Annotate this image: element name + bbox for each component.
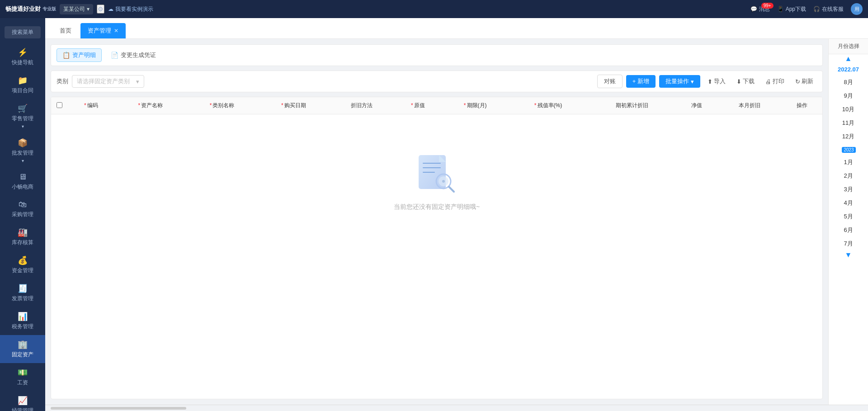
- month-item-8[interactable]: 8月: [829, 76, 868, 89]
- sidebar-item-inventory[interactable]: 🏭 库存核算: [0, 223, 45, 251]
- horizontal-scrollbar-thumb[interactable]: [51, 407, 186, 410]
- print-button[interactable]: 🖨 打印: [762, 75, 788, 88]
- message-icon: 💬: [750, 6, 757, 12]
- select-all-checkbox[interactable]: [57, 102, 62, 108]
- month-item-9[interactable]: 9月: [829, 89, 868, 103]
- svg-point-9: [442, 180, 445, 183]
- app-download-button[interactable]: 📱 App下载: [777, 5, 806, 13]
- brand-name: 畅捷通好业财: [5, 5, 41, 13]
- sidebar-item-fixed-assets[interactable]: 🏢 固定资产: [0, 335, 45, 363]
- sidebar-item-ecommerce[interactable]: 🖥 小畅电商: [0, 168, 45, 195]
- sidebar-item-finance[interactable]: 💰 资金管理: [0, 251, 45, 279]
- message-badge: 99+: [761, 3, 774, 9]
- import-icon: ⬆: [708, 78, 712, 85]
- message-button[interactable]: 💬 消息 99+: [750, 5, 770, 13]
- quick-nav-icon: ⚡: [18, 47, 28, 57]
- download-icon: ⬇: [736, 78, 741, 85]
- month-nav-up-button[interactable]: ▲: [845, 55, 852, 62]
- col-accumulated-depreciation: 期初累计折旧: [587, 97, 676, 114]
- detail-tab-icon: 📋: [62, 52, 70, 59]
- demo-link[interactable]: ☁ 我要看实例演示: [108, 5, 153, 13]
- search-menu-button[interactable]: 搜索菜单: [5, 26, 41, 38]
- table-header: *编码 *资产名称 *类别名称 *购买日期: [51, 97, 822, 114]
- company-selector[interactable]: 某某公司 ▾: [60, 4, 93, 14]
- sidebar-item-project[interactable]: 📁 项目合同: [0, 71, 45, 99]
- current-year-display[interactable]: 2022.07: [829, 63, 868, 76]
- table-body: 当前您还没有固定资产明细哦~: [51, 114, 822, 248]
- sidebar-item-invoice[interactable]: 🧾 发票管理: [0, 279, 45, 307]
- tab-asset-mgmt[interactable]: 资产管理 ✕: [80, 23, 126, 38]
- sidebar-item-label: 库存核算: [12, 239, 33, 246]
- sidebar-item-label: 批发管理: [12, 149, 33, 157]
- sidebar-item-label: 税务管理: [12, 323, 33, 331]
- month-item-4[interactable]: 4月: [829, 196, 868, 210]
- phone-icon: 📱: [777, 6, 784, 12]
- chevron-down-icon: ▾: [22, 158, 24, 163]
- sidebar-item-tax[interactable]: 📊 税务管理: [0, 307, 45, 335]
- month-item-11[interactable]: 11月: [829, 116, 868, 130]
- sidebar-item-business[interactable]: 📈 经营管理: [0, 391, 45, 411]
- tab-close-icon[interactable]: ✕: [114, 28, 118, 34]
- sub-tab-detail[interactable]: 📋 资产明细: [57, 48, 102, 62]
- refresh-button[interactable]: ↻ 刷新: [792, 75, 817, 88]
- sidebar-item-wholesale[interactable]: 📦 批发管理 ▾: [0, 133, 45, 168]
- batch-button[interactable]: 批量操作 ▾: [659, 75, 700, 88]
- month-item-1[interactable]: 1月: [829, 156, 868, 169]
- brand-edition: 专业版: [42, 6, 56, 12]
- empty-text: 当前您还没有固定资产明细哦~: [394, 203, 480, 211]
- month-nav-down: ▼: [829, 250, 868, 260]
- month-nav-down-button[interactable]: ▼: [845, 251, 852, 259]
- category-filter[interactable]: 请选择固定资产类别 ▾: [72, 75, 144, 88]
- assets-data-table: *编码 *资产名称 *类别名称 *购买日期: [51, 97, 822, 247]
- reconcile-button[interactable]: 对账: [597, 75, 623, 88]
- add-button[interactable]: + 新增: [626, 75, 656, 88]
- download-button[interactable]: ⬇ 下载: [733, 75, 758, 88]
- col-name: *资产名称: [115, 97, 186, 114]
- sidebar-item-label: 工资: [17, 379, 28, 387]
- sidebar-item-label: 采购管理: [12, 211, 33, 218]
- user-avatar[interactable]: 用: [851, 3, 863, 15]
- cloud-icon: ☁: [108, 6, 113, 12]
- month-item-7[interactable]: 7月: [829, 237, 868, 250]
- project-icon: 📁: [18, 76, 28, 85]
- filter-label: 类别: [57, 77, 68, 85]
- empty-state: 当前您还没有固定资产明细哦~: [51, 114, 822, 247]
- business-icon: 📈: [18, 396, 28, 406]
- settings-button[interactable]: ⚙: [97, 5, 104, 14]
- fixed-assets-icon: 🏢: [18, 340, 28, 350]
- sidebar-item-label: 固定资产: [12, 351, 33, 359]
- page-content: 📋 资产明细 📄 变更生成凭证 类别 请选择固定资产类别 ▾: [45, 39, 868, 405]
- ecommerce-icon: 🖥: [19, 172, 27, 182]
- sidebar-item-purchase[interactable]: 🛍 采购管理: [0, 195, 45, 223]
- svg-line-8: [449, 187, 454, 192]
- tab-home[interactable]: 首页: [52, 23, 79, 38]
- online-service-button[interactable]: 🎧 在线客服: [813, 5, 844, 13]
- sidebar-item-retail[interactable]: 🛒 零售管理 ▾: [0, 99, 45, 133]
- sub-tabs: 📋 资产明细 📄 变更生成凭证: [51, 44, 823, 66]
- sidebar-item-quick-nav[interactable]: ⚡ 快捷导航: [0, 43, 45, 71]
- select-all-header: [51, 97, 67, 114]
- headset-icon: 🎧: [813, 6, 820, 12]
- content-area: 首页 资产管理 ✕ 📋 资产明细 📄 变更生成凭证: [45, 18, 868, 411]
- import-button[interactable]: ⬆ 导入: [704, 75, 729, 88]
- empty-illustration: [410, 151, 464, 196]
- main-panel: 📋 资产明细 📄 变更生成凭证 类别 请选择固定资产类别 ▾: [45, 39, 828, 405]
- toolbar-left: 类别 请选择固定资产类别 ▾: [57, 75, 144, 88]
- col-monthly-depreciation: 本月折旧: [717, 97, 782, 114]
- assets-table: *编码 *资产名称 *类别名称 *购买日期: [51, 97, 823, 399]
- month-item-5[interactable]: 5月: [829, 210, 868, 223]
- month-item-12[interactable]: 12月: [829, 130, 868, 143]
- month-item-2[interactable]: 2月: [829, 169, 868, 183]
- month-item-3[interactable]: 3月: [829, 183, 868, 196]
- month-item-6[interactable]: 6月: [829, 223, 868, 237]
- bottom-scrollbar: [45, 405, 868, 411]
- sidebar-item-label: 资金管理: [12, 267, 33, 274]
- sidebar-item-salary[interactable]: 💵 工资: [0, 363, 45, 391]
- invoice-icon: 🧾: [18, 283, 28, 293]
- month-item-10[interactable]: 10月: [829, 103, 868, 116]
- chevron-down-icon: ▾: [87, 6, 90, 12]
- chevron-down-icon: ▾: [22, 124, 24, 129]
- sub-tab-change[interactable]: 📄 变更生成凭证: [105, 49, 161, 61]
- main-layout: 搜索菜单 ⚡ 快捷导航 📁 项目合同 🛒 零售管理 ▾ 📦 批发管理 ▾ 🖥 小…: [0, 18, 868, 411]
- top-bar-left: 畅捷通好业财 专业版 某某公司 ▾ ⚙ ☁ 我要看实例演示: [5, 4, 153, 14]
